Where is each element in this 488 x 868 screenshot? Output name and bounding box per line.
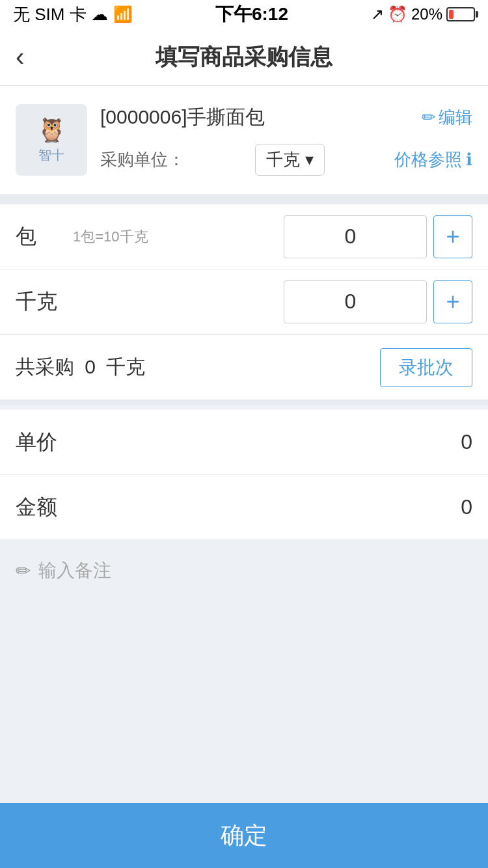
bag-plus-button[interactable]: + bbox=[433, 215, 472, 258]
unit-price-value: 0 bbox=[461, 430, 472, 454]
section-separator bbox=[0, 199, 488, 204]
question-icon: ℹ bbox=[466, 150, 472, 170]
battery-percent: 20% bbox=[411, 5, 442, 23]
pencil-icon: ✏ bbox=[16, 560, 31, 582]
status-time: 下午6:12 bbox=[215, 2, 288, 27]
price-ref-label: 价格参照 bbox=[394, 148, 462, 171]
unit-row: 采购单位： 千克 ▾ 价格参照 ℹ bbox=[100, 144, 472, 176]
product-name: [0000006]手撕面包 bbox=[100, 104, 265, 131]
batch-button[interactable]: 录批次 bbox=[380, 348, 472, 387]
battery-icon bbox=[446, 7, 475, 21]
product-name-row: [0000006]手撕面包 ✏ 编辑 bbox=[100, 104, 472, 131]
nav-bar: ‹ 填写商品采购信息 bbox=[0, 29, 488, 86]
section-separator-2 bbox=[0, 400, 488, 405]
amount-row: 金额 0 bbox=[0, 475, 488, 540]
unit-price-label: 单价 bbox=[16, 428, 57, 457]
edit-label: 编辑 bbox=[439, 106, 472, 129]
kg-input-row: 千克 + bbox=[0, 269, 488, 334]
total-quantity: 0 bbox=[85, 356, 96, 377]
status-left: 无 SIM 卡 ☁ 📶 bbox=[13, 3, 133, 26]
status-right: ↗ ⏰ 20% bbox=[371, 5, 475, 23]
dropdown-arrow-icon: ▾ bbox=[305, 150, 314, 170]
total-text: 共采购 0 千克 bbox=[16, 354, 145, 381]
product-info: [0000006]手撕面包 ✏ 编辑 采购单位： 千克 ▾ 价格参照 ℹ bbox=[100, 104, 472, 176]
bag-input-row: 包 1包=10千克 + bbox=[0, 204, 488, 269]
unit-value: 千克 bbox=[266, 148, 300, 171]
remark-section[interactable]: ✏ 输入备注 bbox=[0, 540, 488, 601]
no-sim-label: 无 SIM 卡 ☁ bbox=[13, 3, 108, 26]
bag-sub-label: 1包=10千克 bbox=[73, 227, 284, 247]
unit-label: 采购单位： bbox=[100, 148, 185, 171]
back-button[interactable]: ‹ bbox=[16, 42, 24, 72]
confirm-button[interactable]: 确定 bbox=[0, 803, 488, 868]
wifi-icon: 📶 bbox=[113, 5, 133, 23]
price-ref-button[interactable]: 价格参照 ℹ bbox=[394, 148, 472, 171]
price-section: 单价 0 金额 0 bbox=[0, 410, 488, 540]
amount-value: 0 bbox=[461, 495, 472, 519]
product-owl-icon: 🦉 bbox=[37, 116, 66, 144]
total-unit: 千克 bbox=[106, 356, 145, 377]
kg-input-wrapper: + bbox=[284, 280, 472, 323]
kg-label: 千克 bbox=[16, 288, 68, 316]
product-image: 🦉 智十 bbox=[16, 104, 87, 176]
edit-button[interactable]: ✏ 编辑 bbox=[422, 106, 472, 129]
kg-input[interactable] bbox=[284, 280, 427, 323]
input-section: 包 1包=10千克 + 千克 + 共采购 0 千克 录批次 bbox=[0, 204, 488, 400]
unit-select[interactable]: 千克 ▾ bbox=[255, 144, 325, 176]
alarm-icon: ⏰ bbox=[388, 5, 407, 23]
bag-label: 包 bbox=[16, 223, 68, 251]
battery-fill bbox=[449, 10, 454, 19]
bag-input[interactable] bbox=[284, 215, 427, 258]
total-prefix: 共采购 bbox=[16, 356, 74, 377]
location-icon: ↗ bbox=[371, 5, 384, 23]
unit-price-row: 单价 0 bbox=[0, 410, 488, 475]
edit-icon: ✏ bbox=[422, 107, 436, 128]
kg-plus-button[interactable]: + bbox=[433, 280, 472, 323]
product-card: 🦉 智十 [0000006]手撕面包 ✏ 编辑 采购单位： 千克 ▾ 价格参照 … bbox=[0, 86, 488, 199]
bag-input-wrapper: + bbox=[284, 215, 472, 258]
product-img-label: 智十 bbox=[38, 146, 64, 164]
total-row: 共采购 0 千克 录批次 bbox=[0, 334, 488, 400]
remark-placeholder: 输入备注 bbox=[38, 558, 111, 583]
page-title: 填写商品采购信息 bbox=[156, 42, 332, 72]
amount-label: 金额 bbox=[16, 493, 57, 522]
status-bar: 无 SIM 卡 ☁ 📶 下午6:12 ↗ ⏰ 20% bbox=[0, 0, 488, 29]
